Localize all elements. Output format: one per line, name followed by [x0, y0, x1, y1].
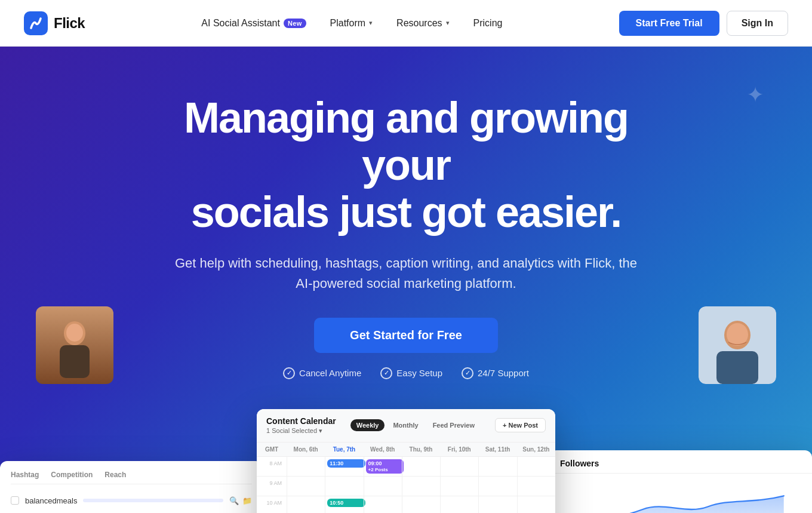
hashtag-col-reach: Reach	[104, 471, 126, 479]
get-started-button[interactable]: Get Started for Free	[314, 318, 498, 353]
cal-event-9-00[interactable]: 09:00+2 Posts	[366, 459, 404, 474]
cal-head-tue: Tue, 7th	[325, 443, 363, 456]
check-icon-setup: ✓	[380, 367, 392, 379]
cal-head-wed: Wed, 8th	[364, 443, 402, 456]
calendar-subtitle: 1 Social Selected ▾	[266, 427, 336, 435]
hero-subtitle: Get help with scheduling, hashtags, capt…	[173, 253, 639, 294]
person-right-svg	[699, 306, 776, 384]
cal-cell-sun-10am	[517, 496, 555, 513]
cal-event-11-30[interactable]: 11:30	[327, 459, 365, 468]
hashtag-col-hashtag: Hashtag	[11, 471, 39, 479]
cal-time-label-10am: 10 AM	[257, 496, 287, 513]
person-thumbnail-left	[36, 306, 113, 384]
hero-trust-bar: ✓ Cancel Anytime ✓ Easy Setup ✓ 24/7 Sup…	[137, 367, 675, 379]
calendar-tabs: Weekly Monthly Feed Preview	[350, 419, 481, 431]
logo-link[interactable]: Flick	[24, 11, 85, 35]
nav-label-platform: Platform	[330, 18, 366, 29]
cal-cell-fri-10am	[440, 496, 478, 513]
cal-cell-mon-8am	[287, 457, 325, 476]
trust-item-cancel: ✓ Cancel Anytime	[283, 367, 361, 379]
tab-monthly[interactable]: Monthly	[387, 419, 424, 431]
search-icon-1[interactable]: 🔍	[229, 496, 239, 505]
cal-cell-thu-9am	[402, 477, 440, 496]
trust-item-support: ✓ 24/7 Support	[462, 367, 529, 379]
content-calendar: Content Calendar 1 Social Selected ▾ Wee…	[257, 409, 555, 513]
hashtag-row-2: Instahealth 🔍 📁	[11, 510, 252, 513]
analytics-panel: Followers 14 15	[549, 450, 812, 513]
hashtag-col-competition: Competition	[51, 471, 93, 479]
analytics-chart	[549, 474, 812, 513]
person-thumbnail-right	[699, 306, 776, 384]
hashtag-table-header: Hashtag Competition Reach	[11, 471, 252, 484]
hashtag-row-1: balancedmeals 🔍 📁	[11, 492, 252, 510]
new-post-button[interactable]: + New Post	[495, 418, 546, 432]
check-icon-cancel: ✓	[283, 367, 295, 379]
flick-logo-icon	[24, 11, 48, 35]
cal-cell-sun-8am	[517, 457, 555, 476]
cal-cell-wed-8am[interactable]: 09:00+2 Posts	[364, 457, 402, 476]
cal-time-row-8am: 8 AM 11:30 09:00+2 Posts	[257, 457, 555, 477]
nav-link-pricing[interactable]: Pricing	[464, 13, 512, 33]
cal-cell-sat-9am	[478, 477, 516, 496]
cal-time-row-10am: 10 AM 10:50	[257, 496, 555, 513]
cal-head-gmt: GMT	[257, 443, 287, 456]
nav-item-pricing[interactable]: Pricing	[464, 13, 512, 33]
calendar-title-block: Content Calendar 1 Social Selected ▾	[266, 416, 336, 435]
cal-head-fri: Fri, 10th	[440, 443, 478, 456]
analytics-chart-svg	[560, 480, 801, 513]
cal-time-label-8am: 8 AM	[257, 457, 287, 476]
hero-screenshots: Hashtag Competition Reach balancedmeals …	[0, 409, 812, 513]
cal-cell-fri-8am	[440, 457, 478, 476]
trust-label-cancel: Cancel Anytime	[299, 368, 361, 378]
logo-text: Flick	[54, 15, 85, 32]
chevron-down-icon-2: ▾	[446, 19, 450, 27]
cal-cell-wed-9am	[364, 477, 402, 496]
trust-label-setup: Easy Setup	[396, 368, 442, 378]
cal-cell-wed-10am	[364, 496, 402, 513]
cal-time-label-9am: 9 AM	[257, 477, 287, 496]
nav-links: AI Social Assistant New Platform ▾ Resou…	[192, 13, 512, 33]
cal-head-sun: Sun, 12th	[517, 443, 555, 456]
nav-label-ai-social: AI Social Assistant	[201, 18, 280, 29]
folder-icon-1[interactable]: 📁	[242, 496, 252, 505]
person-left-image	[36, 306, 113, 384]
trust-label-support: 24/7 Support	[478, 368, 529, 378]
hashtag-name-1: balancedmeals	[25, 496, 77, 505]
cal-cell-thu-8am	[402, 457, 440, 476]
analytics-header: Followers	[549, 450, 812, 474]
cal-time-row-9am: 9 AM	[257, 477, 555, 496]
svg-point-7	[727, 323, 748, 346]
sign-in-button[interactable]: Sign In	[727, 11, 788, 36]
tab-weekly[interactable]: Weekly	[350, 419, 385, 431]
cal-cell-tue-10am[interactable]: 10:50	[325, 496, 363, 513]
nav-link-platform[interactable]: Platform ▾	[321, 13, 383, 33]
cal-cell-mon-10am	[287, 496, 325, 513]
svg-point-3	[66, 324, 83, 342]
new-badge: New	[284, 19, 306, 28]
cal-cell-tue-8am[interactable]: 11:30	[325, 457, 363, 476]
nav-link-ai-social[interactable]: AI Social Assistant New	[192, 13, 315, 33]
cal-cell-tue-9am	[325, 477, 363, 496]
nav-link-resources[interactable]: Resources ▾	[387, 13, 459, 33]
start-free-trial-button[interactable]: Start Free Trial	[619, 11, 719, 36]
tab-feed-preview[interactable]: Feed Preview	[427, 419, 481, 431]
nav-label-resources: Resources	[396, 18, 442, 29]
cal-cell-sun-9am	[517, 477, 555, 496]
cal-cell-thu-10am	[402, 496, 440, 513]
cal-event-10-50[interactable]: 10:50	[327, 499, 365, 507]
cal-cell-fri-9am	[440, 477, 478, 496]
calendar-grid: GMT Mon, 6th Tue, 7th Wed, 8th Thu, 9th …	[257, 443, 555, 513]
trust-item-setup: ✓ Easy Setup	[380, 367, 442, 379]
svg-rect-6	[716, 351, 758, 384]
nav-label-pricing: Pricing	[473, 18, 503, 29]
chevron-down-icon: ▾	[369, 19, 373, 27]
hashtag-checkbox-1[interactable]	[11, 496, 19, 505]
decorative-cross-icon: ✦	[746, 82, 764, 107]
cal-head-thu: Thu, 9th	[402, 443, 440, 456]
nav-item-platform[interactable]: Platform ▾	[321, 13, 383, 33]
nav-item-ai-social[interactable]: AI Social Assistant New	[192, 13, 315, 33]
check-icon-support: ✓	[462, 367, 473, 379]
hashtag-bar-1	[83, 499, 223, 502]
nav-item-resources[interactable]: Resources ▾	[387, 13, 459, 33]
nav-actions: Start Free Trial Sign In	[619, 11, 788, 36]
